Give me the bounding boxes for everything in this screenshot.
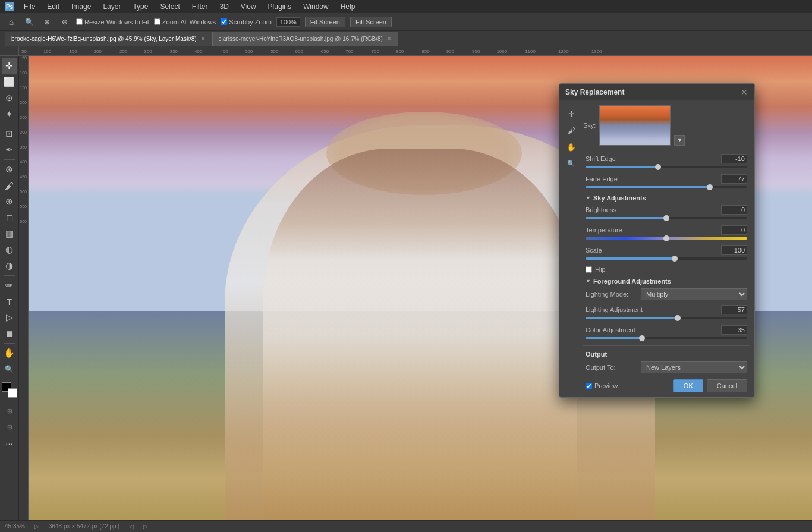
sky-preview[interactable] [599,105,671,146]
scale-value[interactable] [721,245,747,255]
flip-label[interactable]: Flip [595,266,606,273]
tool-move[interactable]: ✛ [2,58,17,74]
tool-crop[interactable]: ⊡ [2,126,17,141]
zoom-in-icon[interactable]: ⊕ [40,15,53,29]
fit-screen-button[interactable]: Fit Screen [305,17,345,27]
dialog-close-button[interactable]: ✕ [740,88,748,96]
tool-hand[interactable]: ✋ [2,345,17,361]
menu-help[interactable]: Help [338,0,358,13]
lighting-adjustment-label: Lighting Adjustment [586,306,643,313]
resize-windows-checkbox[interactable] [76,18,83,25]
tool-artboards[interactable]: ⊟ [2,419,17,435]
cancel-button[interactable]: Cancel [707,379,747,392]
menu-plugins[interactable]: Plugins [266,0,294,13]
tool-clone[interactable]: ⊕ [2,194,17,209]
menu-file[interactable]: File [21,0,37,13]
dialog-tool-zoom[interactable]: 🔍 [564,156,578,171]
menu-3d[interactable]: 3D [217,0,231,13]
temperature-track[interactable] [586,237,747,240]
home-icon[interactable]: ⌂ [5,15,18,29]
menu-image[interactable]: Image [69,0,93,13]
tab-active[interactable]: brooke-cagle-H6We-IfziBg-unsplash.jpg @ … [5,32,212,46]
menu-layer[interactable]: Layer [100,0,123,13]
output-to-select[interactable]: New Layers Duplicate Layer Current Layer [641,361,747,373]
tab-second[interactable]: clarisse-meyer-HoYlncR3AQ8-unsplash.jpg … [212,32,398,46]
dialog-tool-move[interactable]: ✛ [564,106,578,121]
lighting-adjustment-thumb[interactable] [675,315,681,321]
color-adjustment-value[interactable] [721,325,747,335]
menu-select[interactable]: Select [158,0,182,13]
navigate-prev[interactable]: ◁ [129,523,134,530]
color-adjustment-row: Color Adjustment [583,325,750,339]
brightness-thumb[interactable] [663,215,669,221]
scrubby-zoom-checkbox[interactable] [221,18,227,25]
menu-filter[interactable]: Filter [190,0,210,13]
menu-window[interactable]: Window [301,0,331,13]
scale-thumb[interactable] [672,256,678,262]
scale-track[interactable] [586,257,747,260]
menu-type[interactable]: Type [130,0,150,13]
tool-screen-modes[interactable]: ⊞ [2,403,17,418]
lighting-adjustment-track[interactable] [586,317,747,319]
tool-type[interactable]: T [2,294,17,309]
tool-eyedropper[interactable]: ✒ [2,142,17,158]
scale-fill [586,257,675,260]
resize-windows-label[interactable]: Resize Windows to Fit [76,18,149,26]
preview-checkbox[interactable] [586,383,592,389]
tab-close-active[interactable]: ✕ [200,36,206,42]
fade-edge-thumb[interactable] [707,184,713,190]
menu-view[interactable]: View [238,0,259,13]
scrubby-zoom-label[interactable]: Scrubby Zoom [221,18,272,26]
fade-edge-track[interactable] [586,186,747,188]
tool-select-rect[interactable]: ⬜ [2,74,17,90]
color-adjustment-thumb[interactable] [639,335,645,341]
zoom-all-checkbox[interactable] [154,18,160,25]
brightness-value[interactable] [721,205,747,215]
tool-shape[interactable]: ◼ [2,326,17,341]
temperature-thumb[interactable] [663,235,669,241]
tool-heal[interactable]: ⊛ [2,162,17,177]
dialog-tool-brush[interactable]: 🖌 [564,123,578,137]
shift-edge-value[interactable] [721,154,747,163]
tool-more[interactable]: ··· [2,435,17,451]
preview-label[interactable]: Preview [586,382,618,389]
tab-close-second[interactable]: ✕ [386,36,392,42]
tool-gradient[interactable]: ▥ [2,226,17,241]
tool-eraser[interactable]: ◻ [2,210,17,225]
color-adjustment-track[interactable] [586,337,747,339]
tool-blur[interactable]: ◍ [2,242,17,257]
tool-pen[interactable]: ✏ [2,278,17,293]
tool-brush[interactable]: 🖌 [2,178,17,193]
menu-edit[interactable]: Edit [45,0,62,13]
brightness-track[interactable] [586,217,747,219]
tool-zoom[interactable]: 🔍 [2,361,17,377]
zoom-all-label[interactable]: Zoom All Windows [154,18,216,26]
lighting-mode-select[interactable]: Multiply Screen Normal [641,288,747,300]
navigate-next[interactable]: ▷ [143,523,148,530]
lighting-adjustment-value[interactable] [721,305,747,314]
fade-edge-value[interactable] [721,174,747,184]
fill-screen-button[interactable]: Fill Screen [350,17,392,27]
sky-dropdown-button[interactable]: ▼ [674,135,685,146]
shift-edge-thumb[interactable] [655,164,661,170]
color-swatches[interactable] [2,382,17,398]
background-swatch[interactable] [8,388,17,398]
dialog-titlebar[interactable]: Sky Replacement ✕ [559,84,754,100]
tool-magic-wand[interactable]: ✦ [2,106,17,122]
shift-edge-track[interactable] [586,166,747,168]
tool-panel: ✛ ⬜ ⊙ ✦ ⊡ ✒ ⊛ 🖌 ⊕ ◻ ▥ ◍ ◑ ✏ T ▷ ◼ ✋ 🔍 ⊞ … [0,56,19,520]
zoom-input[interactable] [276,17,300,27]
tool-lasso[interactable]: ⊙ [2,90,17,106]
foreground-adjustments-header[interactable]: ▼ Foreground Adjustments [583,278,750,285]
flip-checkbox[interactable] [586,266,592,273]
zoom-out-icon[interactable]: ⊖ [58,15,71,29]
temperature-row: Temperature [583,225,750,240]
dialog-tools: ✛ 🖌 ✋ 🔍 [564,105,578,392]
sky-adjustments-header[interactable]: ▼ Sky Adjustments [583,194,750,202]
tool-dodge[interactable]: ◑ [2,258,17,273]
zoom-tool-icon[interactable]: 🔍 [23,15,36,29]
ok-button[interactable]: OK [673,379,703,392]
tool-path-select[interactable]: ▷ [2,310,17,325]
dialog-tool-hand[interactable]: ✋ [564,140,578,154]
temperature-value[interactable] [721,225,747,235]
